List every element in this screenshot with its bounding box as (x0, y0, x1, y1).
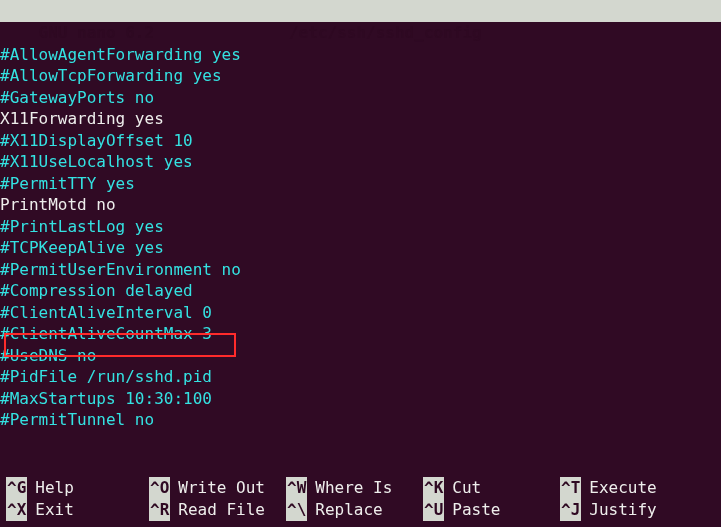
shortcut-label: Replace (315, 499, 382, 521)
file-line: #PidFile /run/sshd.pid (0, 366, 721, 388)
file-line: #GatewayPorts no (0, 87, 721, 109)
shortcut-label: Paste (452, 499, 500, 521)
shortcut-label: Justify (589, 499, 656, 521)
shortcut-label: Cut (452, 477, 481, 499)
shortcut-label: Help (35, 477, 74, 499)
shortcut-key: ^\ (286, 499, 307, 521)
shortcut-label: Read File (178, 499, 265, 521)
file-line: #UseDNS no (0, 345, 721, 367)
shortcut-label: Execute (589, 477, 656, 499)
shortcut-item[interactable]: ^KCut (423, 477, 560, 499)
file-content-area[interactable]: #AllowAgentForwarding yes#AllowTcpForwar… (0, 22, 721, 431)
shortcut-key: ^K (423, 477, 444, 499)
shortcut-item[interactable]: ^UPaste (423, 499, 560, 521)
file-line: #AllowAgentForwarding yes (0, 44, 721, 66)
shortcut-key: ^J (560, 499, 581, 521)
shortcut-item[interactable]: ^XExit (0, 499, 149, 521)
shortcut-label: Where Is (315, 477, 392, 499)
titlebar-spacer (154, 23, 289, 42)
file-line: #PermitTTY yes (0, 173, 721, 195)
file-line: #ClientAliveCountMax 3 (0, 323, 721, 345)
shortcut-key: ^G (6, 477, 27, 499)
file-line: X11Forwarding yes (0, 108, 721, 130)
shortcut-label: Exit (35, 499, 74, 521)
editor-name-version: GNU nano 6.2 (19, 23, 154, 42)
file-line: #MaxStartups 10:30:100 (0, 388, 721, 410)
file-line: #AllowTcpForwarding yes (0, 65, 721, 87)
shortcut-bar: ^GHelp^OWrite Out^WWhere Is^KCut^TExecut… (0, 477, 721, 521)
shortcut-label: Write Out (178, 477, 265, 499)
shortcut-item[interactable]: ^OWrite Out (149, 477, 286, 499)
shortcut-item[interactable]: ^WWhere Is (286, 477, 423, 499)
shortcut-item[interactable]: ^JJustify (560, 499, 697, 521)
shortcut-item[interactable]: ^GHelp (0, 477, 149, 499)
shortcut-key: ^O (149, 477, 170, 499)
file-line: #Compression delayed (0, 280, 721, 302)
file-line: #PermitUserEnvironment no (0, 259, 721, 281)
file-line: #ClientAliveInterval 0 (0, 302, 721, 324)
file-line: PrintMotd no (0, 194, 721, 216)
file-line: #X11DisplayOffset 10 (0, 130, 721, 152)
file-line: #PrintLastLog yes (0, 216, 721, 238)
shortcut-item[interactable]: ^TExecute (560, 477, 697, 499)
editor-titlebar: GNU nano 6.2 /etc/ssh/sshd_config (0, 0, 721, 22)
shortcut-item[interactable]: ^RRead File (149, 499, 286, 521)
shortcut-key: ^W (286, 477, 307, 499)
shortcut-key: ^X (6, 499, 27, 521)
file-line: #X11UseLocalhost yes (0, 151, 721, 173)
shortcut-row-2: ^XExit^RRead File^\Replace^UPaste^JJusti… (0, 499, 721, 521)
shortcut-item[interactable]: ^\Replace (286, 499, 423, 521)
file-line: #TCPKeepAlive yes (0, 237, 721, 259)
shortcut-key: ^T (560, 477, 581, 499)
shortcut-key: ^R (149, 499, 170, 521)
shortcut-key: ^U (423, 499, 444, 521)
editor-filepath: /etc/ssh/sshd_config (289, 23, 482, 42)
file-line: #PermitTunnel no (0, 409, 721, 431)
shortcut-row-1: ^GHelp^OWrite Out^WWhere Is^KCut^TExecut… (0, 477, 721, 499)
